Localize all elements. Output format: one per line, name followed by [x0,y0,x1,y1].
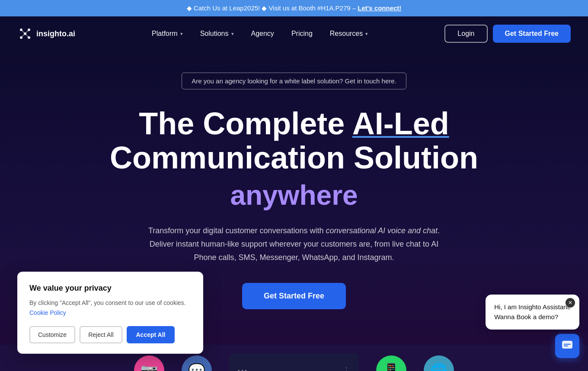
login-button[interactable]: Login [444,25,487,43]
chat-bubble-line2: Wanna Book a demo? [494,312,571,322]
chat-widget: ✕ Hi, I am Insighto Assistant! Wanna Boo… [486,295,579,358]
logo-text: insighto.ai [36,29,75,38]
hero-ai-led: AI-Led [352,106,449,141]
hero-desc-before: Transform your digital customer conversa… [148,226,326,235]
reject-all-button[interactable]: Reject All [80,326,122,343]
chat-bubble: ✕ Hi, I am Insighto Assistant! Wanna Boo… [486,295,579,330]
chat-preview-more-icon: ⋮ [342,366,350,371]
nav-item-agency[interactable]: Agency [244,26,281,41]
hero-description: Transform your digital customer conversa… [138,224,450,264]
agency-badge[interactable]: Are you an agency looking for a white la… [182,73,406,89]
chat-preview-bar: • • • ⋮ [229,353,359,371]
cookie-description: By clicking "Accept All", you consent to… [29,298,191,317]
nav-item-resources[interactable]: Resources ▾ [323,26,375,41]
cookie-desc-text: By clicking "Accept All", you consent to… [29,299,186,306]
globe-icon: 🌐 [424,355,454,371]
chevron-down-icon: ▾ [365,31,368,37]
nav-item-solutions[interactable]: Solutions ▾ [193,26,241,41]
chat-open-button[interactable] [555,334,579,358]
nav-actions: Login Get Started Free [444,25,571,43]
chevron-down-icon: ▾ [231,31,234,37]
logo-icon [17,26,33,41]
hero-title-line2: Communication Solution [110,140,478,175]
announcement-text: ◆ Catch Us at Leap2025! ◆ Visit us at Bo… [187,4,358,12]
announcement-bar: ◆ Catch Us at Leap2025! ◆ Visit us at Bo… [0,0,588,16]
svg-line-7 [21,34,25,38]
chat-preview-dots: • • • [238,368,247,371]
nav-links: Platform ▾ Solutions ▾ Agency Pricing Re… [145,26,375,41]
instagram-icon: 📷 [134,355,164,371]
cookie-policy-link[interactable]: Cookie Policy [29,309,66,316]
nav-item-pricing[interactable]: Pricing [284,26,320,41]
chat-bubble-close-button[interactable]: ✕ [566,298,575,308]
navbar: insighto.ai Platform ▾ Solutions ▾ Agenc… [0,16,588,51]
get-started-nav-button[interactable]: Get Started Free [493,25,571,43]
cookie-title: We value your privacy [29,284,191,293]
customize-button[interactable]: Customize [29,326,75,343]
nav-item-platform[interactable]: Platform ▾ [145,26,190,41]
chat-icon [561,340,573,352]
chevron-down-icon: ▾ [180,31,183,37]
cookie-banner: We value your privacy By clicking "Accep… [17,272,203,354]
chat-bubble-line1: Hi, I am Insighto Assistant! [494,302,571,312]
hero-title: The Complete AI-Led Communication Soluti… [110,107,478,175]
announcement-link[interactable]: Let's connect! [358,4,401,12]
hero-subtitle-anywhere: anywhere [230,179,358,211]
whatsapp-icon: 📱 [376,355,406,371]
svg-line-6 [25,30,29,34]
get-started-hero-button[interactable]: Get Started Free [242,283,346,309]
hero-desc-italic: conversational AI voice and chat [326,226,438,235]
svg-rect-11 [564,346,568,346]
svg-rect-10 [564,344,571,345]
accept-all-button[interactable]: Accept All [127,326,175,343]
cookie-actions: Customize Reject All Accept All [29,326,191,343]
logo[interactable]: insighto.ai [17,26,75,41]
svg-line-8 [25,34,29,38]
messenger-icon: 💬 [182,355,212,371]
svg-line-5 [21,30,25,34]
hero-title-line1: The Complete AI-Led [139,106,449,141]
